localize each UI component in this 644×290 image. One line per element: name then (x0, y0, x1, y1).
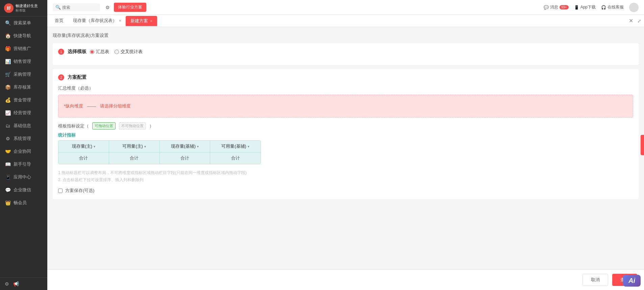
tab-inventory[interactable]: 现存量（库存状况表） × (68, 16, 126, 26)
topbar-search-box[interactable]: 🔍 (53, 3, 100, 11)
money-icon: 💰 (5, 97, 11, 103)
save-label: 方案保存(可选) (65, 188, 95, 194)
radio-summary[interactable]: 汇总表 (90, 49, 109, 55)
sidebar-item-label: 营销推广 (14, 46, 31, 52)
home-icon: 🏠 (5, 33, 11, 39)
online-service-button[interactable]: 🎧 在线客服 (601, 4, 624, 10)
sidebar-item-inventory[interactable]: 📦 库存核算 (0, 81, 47, 94)
tab-new-plan-close[interactable]: × (150, 19, 152, 23)
mobile-icon: 📱 (5, 174, 11, 180)
content-area: 现存量(库存状况表)方案设置 1 选择模板 汇总表 交叉统计表 (47, 27, 644, 269)
tab-close-icon[interactable]: ✕ (629, 18, 633, 24)
radio-cross-label: 交叉统计表 (121, 49, 143, 55)
dimension-area[interactable]: *纵向维度 —— 请选择分组维度 (58, 95, 633, 118)
footer: 取消 查询 (47, 269, 644, 290)
sidebar-item-guide[interactable]: 📖 新手引导 (0, 158, 47, 171)
sidebar-nav: 🔍 搜索菜单 🏠 快捷导航 🎁 营销推广 📊 销售管理 🛒 采购管理 📦 库存核… (0, 17, 47, 277)
message-button[interactable]: 💬 消息 99+ (544, 4, 569, 10)
sidebar-item-label: 快捷导航 (14, 33, 31, 39)
template-radio-group: 汇总表 交叉统计表 (90, 49, 143, 55)
dimension-label: 汇总维度（必选） (58, 85, 633, 91)
tab-new-plan[interactable]: 新建方案 × (126, 16, 157, 26)
sidebar-item-basicinfo[interactable]: 🗂 基础信息 (0, 119, 47, 132)
step1-header: 1 选择模板 汇总表 交叉统计表 (58, 49, 633, 55)
message-badge: 99+ (560, 5, 569, 9)
save-checkbox[interactable] (58, 189, 63, 193)
sidebar-item-cooperation[interactable]: 🤝 企业协同 (0, 145, 47, 158)
tab-home[interactable]: 首页 (50, 16, 68, 26)
sidebar-item-finance[interactable]: 💰 资金管理 (0, 94, 47, 106)
logo-icon: 好 (4, 3, 14, 13)
chevron-down-icon-1: ▾ (144, 145, 146, 148)
step2-section: 2 方案配置 汇总维度（必选） *纵向维度 —— 请选择分组维度 模板指标设定（… (53, 69, 639, 199)
book-icon: 📖 (5, 162, 11, 167)
step1-title: 选择模板 (68, 49, 86, 55)
sidebar-item-search[interactable]: 🔍 搜索菜单 (0, 17, 47, 29)
radio-summary-input[interactable] (90, 50, 94, 54)
required-star: *纵向维度 (64, 103, 83, 109)
tab-new-plan-label: 新建方案 (130, 18, 148, 24)
sidebar-item-member[interactable]: 👑 畅会员 (0, 196, 47, 209)
stat-table-label: 统计指标 (58, 132, 633, 138)
sidebar-item-system[interactable]: ⚙ 系统管理 (0, 132, 47, 145)
sidebar-item-quicknav[interactable]: 🏠 快捷导航 (0, 29, 47, 42)
settings-icon[interactable]: ⚙ (5, 281, 9, 287)
settings-gear-icon[interactable]: ⚙ (105, 5, 110, 10)
sidebar-item-label: 企业微信 (14, 187, 31, 193)
topbar-right: 💬 消息 99+ 📱 App下载 🎧 在线客服 (544, 3, 639, 12)
folder-icon: 🗂 (5, 123, 11, 128)
tip1: 1.拖动标题栏可以调整布局，不可跨维度或指标区域拖动栏目字段(只能在同一维度或指… (58, 170, 633, 176)
search-input[interactable] (62, 5, 96, 10)
stat-col-header-0[interactable]: 现存量(主) ▾ (58, 141, 109, 152)
sidebar-item-label: 系统管理 (14, 136, 31, 142)
step2-badge: 2 (58, 74, 64, 80)
main-area: 🔍 ⚙ 体验行业方案 💬 消息 99+ 📱 App下载 🎧 在线客服 首页 (47, 0, 644, 290)
search-icon: 🔍 (55, 5, 61, 10)
chevron-down-icon-0: ▾ (94, 145, 95, 148)
stat-col-header-label-3: 可用量(基辅) (221, 143, 246, 149)
step2-header: 2 方案配置 (58, 74, 633, 80)
stat-col-header-3[interactable]: 可用量(基辅) ▾ (210, 141, 261, 152)
tab-home-label: 首页 (55, 18, 64, 24)
headset-icon: 🎧 (601, 5, 606, 10)
step1-section: 1 选择模板 汇总表 交叉统计表 (53, 43, 639, 65)
sidebar-item-purchase[interactable]: 🛒 采购管理 (0, 68, 47, 81)
indicator-config: 模板指标设定（ 可拖动位置 不可拖动位置 ） 统计指标 现存量(主) ▾ (58, 122, 633, 183)
stat-col-1: 可用量(主) ▾ 合计 (109, 141, 160, 164)
cancel-button[interactable]: 取消 (583, 274, 608, 286)
app-download-label: App下载 (580, 4, 596, 10)
right-scroll-handle[interactable] (641, 135, 644, 155)
tab-inventory-label: 现存量（库存状况表） (73, 18, 117, 24)
dimension-title: 汇总维度（必选） (58, 86, 93, 91)
step2-title: 方案配置 (68, 74, 86, 80)
cart-icon: 🛒 (5, 72, 11, 77)
sidebar-logo: 好 畅捷通好生意 标准版 (0, 0, 47, 17)
sidebar-item-label: 应用中心 (14, 174, 31, 180)
radio-cross-input[interactable] (115, 50, 119, 54)
expand-icon[interactable]: ⤢ (637, 18, 641, 24)
sidebar-item-marketing[interactable]: 🎁 营销推广 (0, 42, 47, 55)
stat-col-0: 现存量(主) ▾ 合计 (58, 141, 109, 164)
stat-col-header-label-1: 可用量(主) (122, 143, 143, 149)
speaker-icon[interactable]: 📢 (13, 281, 19, 287)
stat-table: 现存量(主) ▾ 合计 可用量(主) ▾ 合计 (58, 140, 261, 164)
sidebar-item-label: 企业协同 (14, 148, 31, 154)
sidebar-item-wechat[interactable]: 💬 企业微信 (0, 184, 47, 196)
radio-cross[interactable]: 交叉统计表 (115, 49, 143, 55)
stat-col-cell-2: 合计 (160, 152, 210, 164)
message-label: 消息 (550, 4, 558, 10)
trial-button[interactable]: 体验行业方案 (114, 3, 146, 12)
sidebar-item-operation[interactable]: 📈 经营管理 (0, 106, 47, 119)
sidebar-item-sales[interactable]: 📊 销售管理 (0, 55, 47, 68)
dimension-dash: —— (87, 104, 96, 109)
app-download-button[interactable]: 📱 App下载 (574, 4, 596, 10)
sidebar-item-appcenter[interactable]: 📱 应用中心 (0, 171, 47, 184)
ai-badge[interactable]: Ai (623, 275, 641, 287)
tab-inventory-close[interactable]: × (119, 19, 121, 23)
message-icon: 💬 (544, 5, 549, 10)
stat-col-header-1[interactable]: 可用量(主) ▾ (109, 141, 159, 152)
stat-col-cell-3: 合计 (210, 152, 261, 164)
stat-col-header-2[interactable]: 现存量(基辅) ▾ (160, 141, 210, 152)
sidebar-item-label: 畅会员 (14, 200, 27, 206)
user-avatar[interactable] (629, 3, 639, 12)
